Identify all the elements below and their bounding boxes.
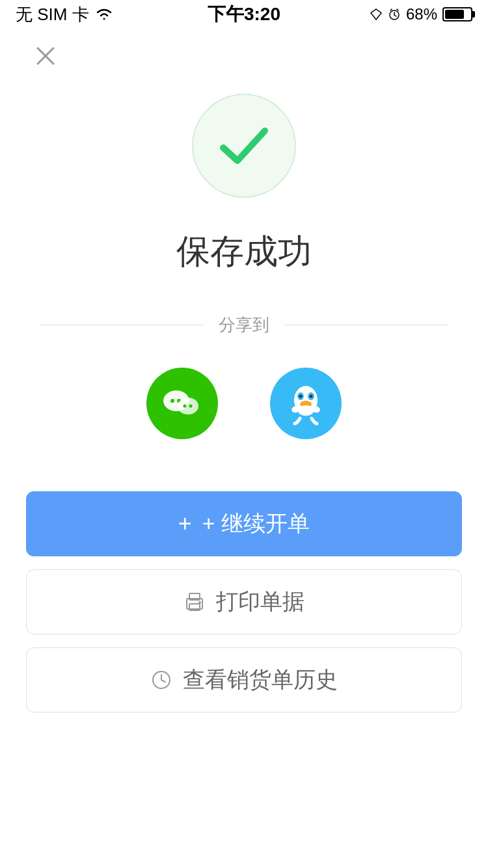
print-label: 打印单据 [216, 587, 305, 617]
svg-line-4 [397, 9, 398, 10]
history-label: 查看销货单历史 [183, 665, 338, 695]
svg-point-25 [198, 601, 201, 604]
plus-icon: + [178, 510, 192, 537]
print-button[interactable]: 打印单据 [26, 569, 462, 634]
share-icons [146, 368, 342, 439]
history-icon [150, 669, 172, 691]
continue-order-button[interactable]: + + 继续开单 [26, 491, 462, 556]
divider-right [285, 325, 449, 325]
svg-point-11 [183, 405, 187, 408]
status-time: 下午3:20 [208, 2, 280, 27]
qq-icon [286, 381, 326, 426]
history-button[interactable]: 查看销货单历史 [26, 647, 462, 712]
action-buttons: + + 继续开单 打印单据 查看销货单历史 [0, 491, 488, 712]
alarm-icon [388, 8, 401, 21]
svg-point-12 [189, 405, 193, 408]
battery-icon [442, 7, 472, 21]
share-label: 分享到 [219, 314, 269, 336]
svg-point-10 [178, 398, 198, 414]
close-button[interactable] [26, 36, 65, 75]
status-bar: 无 SIM 卡 下午3:20 68% [0, 0, 488, 29]
svg-point-16 [299, 395, 303, 398]
wifi-icon [94, 7, 114, 21]
wechat-icon [161, 384, 204, 423]
svg-point-8 [170, 399, 174, 403]
divider-left [39, 325, 203, 325]
location-icon [370, 8, 383, 21]
success-title: 保存成功 [176, 229, 312, 275]
svg-line-2 [394, 15, 396, 16]
checkmark-icon [218, 123, 270, 169]
status-left: 无 SIM 卡 [16, 3, 114, 26]
status-right: 68% [370, 5, 472, 23]
success-circle [192, 94, 296, 198]
svg-point-17 [310, 395, 313, 398]
svg-point-21 [298, 405, 314, 416]
close-icon [34, 44, 57, 68]
qq-share-button[interactable] [270, 368, 342, 439]
print-icon [183, 591, 206, 613]
svg-line-3 [390, 9, 392, 10]
continue-order-label: + 继续开单 [202, 509, 310, 539]
battery-percent: 68% [406, 5, 437, 23]
wechat-share-button[interactable] [146, 368, 218, 439]
share-divider: 分享到 [0, 314, 488, 336]
no-sim-text: 无 SIM 卡 [16, 3, 89, 26]
main-content: 保存成功 分享到 [0, 29, 488, 712]
